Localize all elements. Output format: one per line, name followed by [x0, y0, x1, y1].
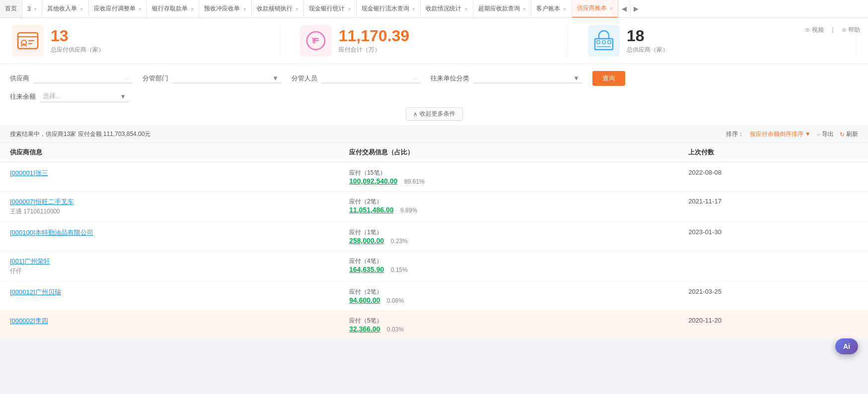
close-icon[interactable]: ×	[412, 6, 415, 12]
balance-label: 往来余额	[10, 92, 36, 101]
category-label: 往来单位分类	[431, 74, 469, 83]
table-row: [000012]广州贝瑞 应付（2笔） 94,600.00 0.08% 2021…	[0, 282, 868, 311]
close-icon[interactable]: ×	[523, 6, 526, 12]
supplier-info-4: [000012]广州贝瑞	[10, 288, 349, 297]
tx-amount-1[interactable]: 11,051,486.00	[349, 206, 394, 214]
tx-pct-4: 0.08%	[387, 297, 404, 304]
stats-header: 13 总应付供应商（家） ¥ 11,170.39 应付合计（万）	[0, 18, 868, 64]
result-bar: 搜索结果中，供应商13家 应付金额 111,703,854.00元 排序： 按应…	[0, 126, 868, 143]
close-icon[interactable]: ×	[80, 6, 83, 12]
nav-tab-cash-flow[interactable]: 现金银行流水查询 ×	[357, 0, 421, 18]
nav-prev-arrow[interactable]: ◀	[618, 0, 630, 18]
last-pay-5: 2020-11-20	[688, 317, 858, 324]
nav-tab-prepay-offset[interactable]: 预收冲应收单 ×	[199, 0, 251, 18]
filter-area: 供应商 ··· 分管部门 ▼ 分管人员 ··· 往来单位分类 ▼	[0, 64, 868, 126]
table-area: 供应商信息 应付交易信息（占比） 上次付数 [000001]张三 应付（15笔）…	[0, 143, 868, 339]
export-button[interactable]: ○ 导出	[817, 130, 834, 138]
close-icon[interactable]: ×	[243, 6, 246, 12]
tx-amount-3[interactable]: 164,635.90	[349, 265, 384, 273]
nav-tab-customer-ledger[interactable]: 客户账本 ×	[531, 0, 572, 18]
svg-rect-5	[597, 41, 600, 44]
close-icon[interactable]: ×	[139, 6, 142, 12]
table-header: 供应商信息 应付交易信息（占比） 上次付数	[0, 143, 868, 163]
stat-block-payable-total: ¥ 11,170.39 应付合计（万）	[280, 25, 568, 57]
svg-rect-7	[608, 41, 611, 44]
last-pay-4: 2021-03-25	[688, 288, 858, 295]
person-input[interactable]: ···	[321, 74, 421, 83]
payable-suppliers-num: 13	[51, 28, 104, 44]
supplier-dots-icon[interactable]: ···	[125, 75, 130, 82]
supplier-link-0[interactable]: [000001]张三	[10, 169, 349, 178]
tx-info-3: 应付（4笔） 164,635.90 0.15%	[349, 257, 688, 273]
result-text: 搜索结果中，供应商13家 应付金额 111,703,854.00元	[10, 130, 150, 138]
supplier-link-2[interactable]: [000100]本特勤油品有限公司	[10, 228, 349, 237]
tx-label-0: 应付（15笔）	[349, 169, 688, 177]
supplier-link-5[interactable]: [000002]李四	[10, 317, 349, 326]
close-icon[interactable]: ×	[464, 6, 467, 12]
help-link[interactable]: ⊙ 帮助	[842, 26, 860, 34]
supplier-link-4[interactable]: [000012]广州贝瑞	[10, 288, 349, 297]
query-button[interactable]: 查询	[592, 71, 625, 86]
last-pay-0: 2022-08-08	[688, 169, 858, 176]
tx-amount-2[interactable]: 258,000.00	[349, 237, 384, 245]
nav-tab-supplier-ledger[interactable]: 供应商账本 ×	[572, 0, 618, 18]
category-filter: 往来单位分类 ▼	[431, 73, 582, 83]
tx-amount-5[interactable]: 32,366.00	[349, 325, 380, 333]
nav-tab-bank-deposit[interactable]: 银行存取款单 ×	[147, 0, 199, 18]
nav-tab-home[interactable]: 首页	[0, 0, 22, 18]
supplier-link-1[interactable]: [000007]恒旺二手叉车	[10, 197, 349, 206]
close-icon[interactable]: ×	[563, 6, 566, 12]
supplier-info-1: [000007]恒旺二手叉车 王通 17106110000	[10, 197, 349, 216]
nav-tab-receipt-stat[interactable]: 收款情况统计 ×	[421, 0, 473, 18]
payable-suppliers-icon	[12, 25, 44, 57]
person-dots-icon[interactable]: ···	[413, 75, 418, 82]
close-icon[interactable]: ×	[191, 6, 194, 12]
nav-tab-receipt-exec[interactable]: 收款核销执行 ×	[252, 0, 304, 18]
supplier-info-3: [001]广州荣轩 仔仔	[10, 257, 349, 275]
payable-total-num: 11,170.39	[339, 28, 409, 44]
table-row: [000100]本特勤油品有限公司 应付（1笔） 258,000.00 0.23…	[0, 222, 868, 251]
tx-pct-5: 0.03%	[387, 326, 404, 333]
payable-total-icon: ¥	[300, 25, 332, 57]
header-help: ⊙ 视频 ｜ ⊙ 帮助	[805, 26, 860, 34]
tx-info-2: 应付（1笔） 258,000.00 0.23%	[349, 228, 688, 245]
tx-pct-1: 9.89%	[400, 207, 417, 214]
col-header-lastpay: 上次付数	[688, 148, 858, 157]
close-icon[interactable]: ×	[295, 6, 298, 12]
tx-info-0: 应付（15笔） 100,092,540.00 89.61%	[349, 169, 688, 185]
video-link[interactable]: ⊙ 视频	[805, 26, 823, 34]
total-suppliers-num: 18	[627, 28, 668, 44]
close-icon[interactable]: ×	[610, 5, 613, 11]
tx-info-1: 应付（2笔） 11,051,486.00 9.89%	[349, 197, 688, 214]
refresh-button[interactable]: ↻ 刷新	[840, 130, 858, 138]
supplier-link-3[interactable]: [001]广州荣轩	[10, 257, 349, 266]
tx-label-3: 应付（4笔）	[349, 257, 688, 265]
category-select[interactable]: ▼	[473, 73, 582, 83]
tx-label-2: 应付（1笔）	[349, 228, 688, 237]
payable-total-label: 应付合计（万）	[339, 46, 409, 54]
supplier-input[interactable]: ···	[33, 74, 133, 83]
tx-amount-0[interactable]: 100,092,540.00	[349, 177, 397, 185]
nav-tab-3[interactable]: 3 ×	[22, 0, 42, 18]
top-nav: 首页 3 × 其他收入单 × 应收应付调整单 × 银行存取款单 × 预收冲应收单…	[0, 0, 868, 18]
nav-tab-cash-stat[interactable]: 现金银行统计 ×	[304, 0, 356, 18]
tx-info-5: 应付（5笔） 32,366.00 0.03%	[349, 317, 688, 333]
svg-rect-6	[602, 41, 605, 44]
nav-tab-other-income[interactable]: 其他收入单 ×	[42, 0, 88, 18]
filter-row-1: 供应商 ··· 分管部门 ▼ 分管人员 ··· 往来单位分类 ▼	[10, 71, 858, 86]
supplier-info-0: [000001]张三	[10, 169, 349, 178]
balance-select[interactable]: 选择... ▼	[40, 91, 129, 102]
table-row: [001]广州荣轩 仔仔 应付（4笔） 164,635.90 0.15%	[0, 251, 868, 282]
col-header-supplier: 供应商信息	[10, 148, 349, 157]
nav-tab-overdue-ar[interactable]: 超期应收款查询 ×	[473, 0, 531, 18]
sort-button[interactable]: 按应付余额倒序排序 ▼	[750, 130, 811, 138]
close-icon[interactable]: ×	[34, 6, 37, 12]
collapse-button[interactable]: ∧ 收起更多条件	[406, 107, 463, 121]
tx-amount-4[interactable]: 94,600.00	[349, 296, 380, 304]
col-header-tx: 应付交易信息（占比）	[349, 148, 688, 157]
dept-select[interactable]: ▼	[172, 73, 282, 83]
close-icon[interactable]: ×	[348, 6, 351, 12]
nav-next-arrow[interactable]: ▶	[630, 0, 642, 18]
nav-tab-ar-adjust[interactable]: 应收应付调整单 ×	[89, 0, 147, 18]
supplier-sub-1: 王通 17106110000	[10, 207, 349, 216]
